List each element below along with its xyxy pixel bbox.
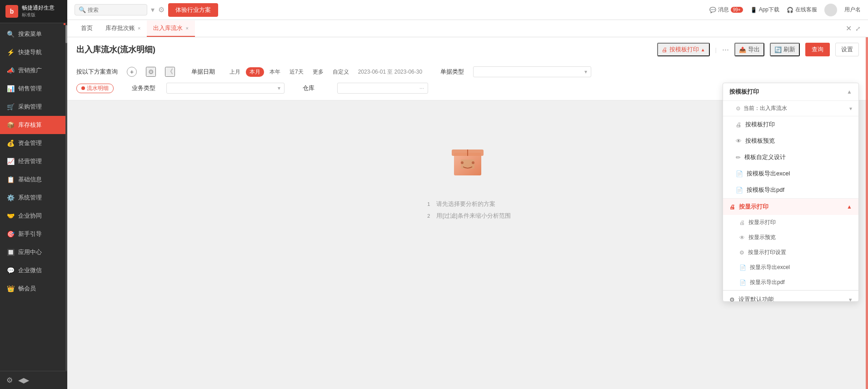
tab-batch-account-label: 库存批次账: [105, 24, 135, 32]
page-content-area: 出入库流水(流水明细) 🖨 按模板打印 ▲ | ··· 📤 导出 🔄 刷新 查询: [67, 37, 868, 389]
page-header: 出入库流水(流水明细) 🖨 按模板打印 ▲ | ··· 📤 导出 🔄 刷新 查询: [67, 37, 868, 60]
sidebar: b 畅捷通好生意 标准版 🔍 搜索菜单 ⚡ 快捷导航 📣 营销推广 📊: [0, 0, 67, 389]
sidebar-item-wechat[interactable]: 💬 企业微信: [0, 261, 67, 279]
print-dropdown-icon: ▲: [701, 47, 705, 52]
sidebar-item-inventory[interactable]: 📦 库存核算: [0, 116, 67, 134]
current-dropdown-icon[interactable]: ▾: [849, 105, 852, 112]
sidebar-item-basic[interactable]: 📋 基础信息: [0, 170, 67, 189]
filter-collapse-left-icon[interactable]: 《: [165, 67, 175, 77]
add-condition-button[interactable]: +: [127, 67, 137, 77]
actions-more-icon[interactable]: ···: [722, 45, 729, 55]
dropdown-item-template-excel[interactable]: 📄 按模板导出excel: [723, 165, 858, 182]
appcenter-icon: 🔲: [6, 248, 15, 256]
window-expand-icon[interactable]: ⤢: [855, 25, 861, 32]
empty-step-2: 2 用[过滤]条件来缩小分析范围: [424, 212, 510, 220]
empty-box-svg: [445, 137, 490, 182]
svg-point-5: [472, 161, 474, 164]
sidebar-item-enterprise[interactable]: 🤝 企业协同: [0, 207, 67, 225]
step-2-number: 2: [424, 212, 433, 220]
window-close-icon[interactable]: ✕: [846, 24, 852, 33]
tab-flow-close[interactable]: ×: [185, 25, 188, 31]
current-icon: ⚙: [736, 105, 741, 112]
topbar-search-box[interactable]: 🔍: [75, 4, 147, 15]
template-customize-label: 模板自定义设计: [744, 153, 786, 161]
settings-gear-icon[interactable]: ⚙: [6, 376, 13, 384]
right-resize-handle[interactable]: [866, 37, 868, 389]
display-print-label: 按显示打印: [748, 219, 776, 226]
messages-icon: 💬: [709, 7, 716, 13]
user-avatar[interactable]: [824, 4, 837, 16]
export-icon: 📤: [739, 46, 746, 53]
date-tag-this-month[interactable]: 本月: [246, 67, 264, 77]
date-tag-last-month[interactable]: 上月: [226, 67, 244, 77]
display-section-header[interactable]: 🖨 按显示打印 ▲: [723, 199, 858, 215]
date-tag-more[interactable]: 更多: [309, 67, 327, 77]
tab-batch-account-close[interactable]: ×: [138, 25, 140, 31]
user-name[interactable]: 用户名: [844, 6, 861, 14]
dropdown-item-display-print[interactable]: 🖨 按显示打印: [723, 215, 858, 230]
dropdown-item-display-settings[interactable]: ⚙ 按显示打印设置: [723, 245, 858, 260]
tab-flow[interactable]: 出入库流水 ×: [147, 20, 195, 37]
dropdown-current: ⚙ 当前：出入库流水 ▾: [723, 101, 858, 116]
filter-settings-icon[interactable]: ⚙: [146, 67, 156, 77]
sidebar-item-finance[interactable]: 💰 资金管理: [0, 134, 67, 152]
biz-type-select[interactable]: ▾: [166, 83, 284, 94]
display-section-up-icon: ▲: [847, 204, 852, 210]
sidebar-item-sales[interactable]: 📊 销售管理: [0, 80, 67, 98]
dropdown-item-template-pdf[interactable]: 📄 按模板导出pdf: [723, 182, 858, 198]
dropdown-item-display-excel[interactable]: 📄 按显示导出excel: [723, 260, 858, 275]
date-tag-this-year[interactable]: 本年: [266, 67, 284, 77]
display-section-icon: 🖨: [729, 204, 735, 210]
display-preview-icon: 👁: [739, 234, 745, 241]
template-print-icon: 🖨: [736, 121, 742, 128]
warehouse-select[interactable]: ···: [337, 83, 428, 94]
tab-batch-account[interactable]: 库存批次账 ×: [99, 20, 147, 37]
sidebar-toggle-icon[interactable]: ◀▶: [18, 376, 29, 384]
sidebar-item-marketing[interactable]: 📣 营销推广: [0, 61, 67, 80]
sidebar-item-beginner[interactable]: 🎯 新手引导: [0, 225, 67, 243]
doc-type-dropdown-icon: ▾: [584, 69, 587, 75]
dropdown-item-display-pdf[interactable]: 📄 按显示导出pdf: [723, 275, 858, 290]
sidebar-item-operations[interactable]: 📈 经营管理: [0, 152, 67, 170]
sidebar-item-purchase[interactable]: 🛒 采购管理: [0, 98, 67, 116]
sidebar-label-wechat: 企业微信: [18, 266, 42, 274]
query-button[interactable]: 查询: [805, 43, 830, 56]
dropdown-footer-settings[interactable]: ⚙ 设置默认功能 ▾: [723, 290, 858, 301]
sidebar-item-appcenter[interactable]: 🔲 应用中心: [0, 243, 67, 261]
step-2-text: 用[过滤]条件来缩小分析范围: [436, 212, 510, 220]
messages-badge: 99+: [731, 7, 743, 13]
template-pdf-label: 按模板导出pdf: [747, 186, 784, 194]
export-button[interactable]: 📤 导出: [734, 43, 764, 56]
customer-service-button[interactable]: 🎧 在线客服: [787, 6, 817, 14]
doc-type-select[interactable]: ▾: [473, 66, 591, 77]
tab-home[interactable]: 首页: [75, 20, 99, 37]
dropdown-item-template-preview[interactable]: 👁 按模板预览: [723, 133, 858, 149]
dropdown-header-up-icon: ▲: [847, 89, 852, 95]
print-template-button[interactable]: 🖨 按模板打印 ▲: [657, 43, 710, 56]
date-tag-7days[interactable]: 近7天: [286, 67, 307, 77]
template-print-label: 按模板打印: [745, 120, 775, 129]
refresh-button[interactable]: 🔄 刷新: [770, 43, 800, 56]
topbar-search-input[interactable]: [88, 7, 142, 13]
topbar-left: 🔍 ▾ ⚙ 体验行业方案: [75, 3, 704, 17]
sidebar-label-membership: 畅会员: [18, 284, 36, 293]
dropdown-item-display-preview[interactable]: 👁 按显示预览: [723, 230, 858, 245]
sidebar-item-system[interactable]: ⚙️ 系统管理: [0, 189, 67, 207]
trial-button[interactable]: 体验行业方案: [168, 3, 218, 17]
tab-bar: 首页 库存批次账 × 出入库流水 × ✕ ⤢: [67, 20, 868, 37]
app-download-button[interactable]: 📱 App下载: [750, 6, 779, 14]
filter-tag-label: 流水明细: [87, 85, 109, 92]
dropdown-item-template-print[interactable]: 🖨 按模板打印: [723, 116, 858, 133]
topbar-gear-icon[interactable]: ⚙: [158, 5, 165, 14]
warehouse-more-icon[interactable]: ···: [419, 85, 424, 91]
messages-button[interactable]: 💬 消息 99+: [709, 6, 743, 14]
flow-detail-filter-tag[interactable]: 流水明细: [76, 84, 114, 93]
date-tag-custom[interactable]: 自定义: [329, 67, 353, 77]
topbar-dropdown-icon[interactable]: ▾: [151, 5, 155, 14]
sidebar-item-search[interactable]: 🔍 搜索菜单: [0, 25, 67, 43]
date-filter-tags: 上月 本月 本年 近7天 更多 自定义 2023-06-01 至 2023-06…: [226, 67, 422, 77]
sidebar-item-membership[interactable]: 👑 畅会员: [0, 279, 67, 298]
sidebar-item-quick-nav[interactable]: ⚡ 快捷导航: [0, 43, 67, 61]
dropdown-item-template-customize[interactable]: ✏ 模板自定义设计: [723, 149, 858, 165]
settings-button[interactable]: 设置: [835, 43, 859, 56]
